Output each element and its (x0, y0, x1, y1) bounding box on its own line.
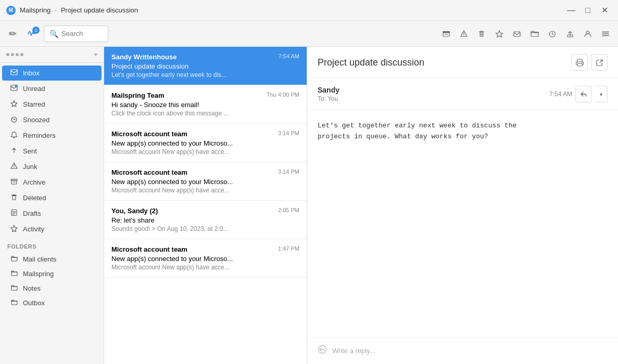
sidebar-nav: Inbox Unread Starred Snooz (0, 63, 104, 239)
svg-point-22 (15, 85, 18, 87)
sidebar-item-deleted[interactable]: Deleted (2, 190, 102, 205)
sidebar-item-label-inbox: Inbox (23, 69, 40, 77)
email-time-5: 2:05 PM (278, 207, 299, 215)
starred-icon (9, 100, 19, 109)
send-button[interactable] (562, 25, 578, 42)
email-preview-3: Microsoft account New app(s) have acce..… (111, 148, 299, 155)
email-sender-4: Microsoft account team (111, 168, 187, 176)
svg-line-44 (600, 60, 602, 62)
maximize-button[interactable]: □ (581, 3, 595, 18)
email-item-3[interactable]: Microsoft account team 3:14 PM New app(s… (104, 124, 307, 162)
email-meta-time: 7:54 AM (549, 90, 572, 98)
email-item-1[interactable]: Sandy Writtenhouse 7:54 AM Project updat… (104, 47, 307, 85)
svg-marker-9 (496, 31, 503, 37)
sidebar-item-snoozed[interactable]: Snoozed (2, 112, 102, 127)
print-button[interactable] (571, 54, 588, 71)
junk-icon (9, 162, 19, 171)
reply-dropdown-button[interactable]: ▾ (595, 86, 608, 102)
sidebar-item-label-archive: Archive (23, 178, 45, 186)
email-subject-3: New app(s) connected to your Microso... (111, 139, 299, 147)
sidebar-item-label-unread: Unread (23, 85, 45, 93)
activity-nav-icon (9, 225, 19, 233)
sidebar-item-inbox[interactable]: Inbox (2, 66, 102, 81)
trash-button[interactable] (473, 25, 490, 42)
sidebar-item-reminders[interactable]: Reminders (2, 128, 102, 143)
spam-button[interactable] (456, 25, 472, 42)
person-icon (584, 30, 592, 38)
svg-rect-5 (480, 32, 483, 36)
star-button[interactable] (491, 25, 508, 42)
folder-label-notes: Notes (23, 284, 41, 292)
sidebar-item-junk[interactable]: Junk (2, 159, 102, 174)
title-separator: · (55, 6, 57, 14)
archive-button[interactable] (438, 25, 455, 42)
email-to: To: You (318, 95, 339, 102)
sidebar-item-drafts[interactable]: Drafts (2, 206, 102, 221)
account-arrow[interactable]: ▾ (94, 51, 97, 58)
folder-icon-notes (9, 284, 19, 292)
reply-icon (580, 90, 587, 98)
clock-icon (548, 30, 557, 38)
title-bar: M Mailspring · Project update discussion… (0, 0, 618, 21)
folder-outbox[interactable]: Outbox (2, 296, 102, 309)
sidebar-item-sent[interactable]: Sent (2, 144, 102, 159)
dot-4 (20, 53, 23, 56)
email-time-1: 7:54 AM (279, 53, 299, 61)
email-item-header-4: Microsoft account team 3:14 PM (111, 168, 299, 176)
svg-rect-34 (12, 196, 16, 200)
menu-button[interactable] (597, 25, 614, 42)
email-item-header-1: Sandy Writtenhouse 7:54 AM (111, 53, 299, 61)
folder-button[interactable] (526, 25, 543, 42)
email-preview-4: Microsoft account New app(s) have acce..… (111, 187, 299, 194)
account-button[interactable] (579, 25, 596, 42)
folder-mail-clients[interactable]: Mail clients (2, 252, 102, 266)
folder-mailspring[interactable]: Mailspring (2, 267, 102, 280)
account-bar: ▾ (0, 47, 104, 63)
email-item-2[interactable]: Mailspring Team Thu 4:00 PM Hi sandy - S… (104, 85, 307, 124)
email-list: Sandy Writtenhouse 7:54 AM Project updat… (104, 47, 307, 364)
close-button[interactable]: ✕ (597, 3, 612, 18)
email-subject-4: New app(s) connected to your Microso... (111, 178, 299, 186)
sidebar-item-label-snoozed: Snoozed (23, 116, 49, 124)
dot-3 (16, 53, 19, 56)
email-time-6: 1:47 PM (278, 245, 299, 253)
snooze-button[interactable] (544, 25, 561, 42)
email-item-4[interactable]: Microsoft account team 3:14 PM New app(s… (104, 162, 307, 201)
sidebar-item-label-activity: Activity (23, 225, 44, 233)
sidebar-item-unread[interactable]: Unread (2, 81, 102, 96)
sidebar-item-starred[interactable]: Starred (2, 97, 102, 112)
spam-icon (460, 30, 468, 38)
sidebar-item-label-reminders: Reminders (23, 132, 56, 139)
minimize-button[interactable]: — (564, 3, 578, 18)
toolbar: ✏ 1 🔍 (0, 21, 618, 47)
email-preview-2: Click the clock icon above this message … (111, 110, 299, 117)
email-view-actions (571, 54, 608, 71)
sidebar-item-label-drafts: Drafts (23, 210, 41, 217)
sidebar-item-archive[interactable]: Archive (2, 175, 102, 190)
sidebar-item-label-starred: Starred (23, 100, 45, 108)
reply-area[interactable]: Write a reply... (307, 337, 618, 364)
email-subject-1: Project update discussion (111, 62, 299, 70)
popout-icon (596, 59, 603, 67)
compose-button[interactable]: ✏ (4, 25, 21, 42)
activity-button[interactable]: 1 (24, 25, 41, 42)
email-body: Let's get together early next week to di… (307, 110, 618, 337)
folder-notes[interactable]: Notes (2, 281, 102, 295)
email-meta: Sandy To: You 7:54 AM ▾ (307, 79, 618, 110)
sidebar-item-label-sent: Sent (23, 147, 37, 155)
mark-button[interactable] (509, 25, 525, 42)
search-input[interactable] (61, 30, 103, 37)
svg-rect-10 (514, 32, 520, 36)
sidebar-item-activity[interactable]: Activity (2, 222, 102, 237)
reply-button[interactable] (575, 86, 592, 102)
svg-point-30 (14, 167, 14, 168)
inbox-icon (9, 69, 19, 77)
email-time-2: Thu 4:00 PM (267, 92, 299, 99)
email-item-5[interactable]: You, Sandy (2) 2:05 PM Re: let's share S… (104, 201, 307, 239)
svg-marker-23 (11, 101, 17, 107)
popout-button[interactable] (591, 54, 608, 71)
email-sender-5: You, Sandy (2) (111, 207, 158, 215)
dot-1 (6, 53, 9, 56)
email-item-6[interactable]: Microsoft account team 1:47 PM New app(s… (104, 239, 307, 278)
search-box[interactable]: 🔍 (44, 25, 108, 42)
